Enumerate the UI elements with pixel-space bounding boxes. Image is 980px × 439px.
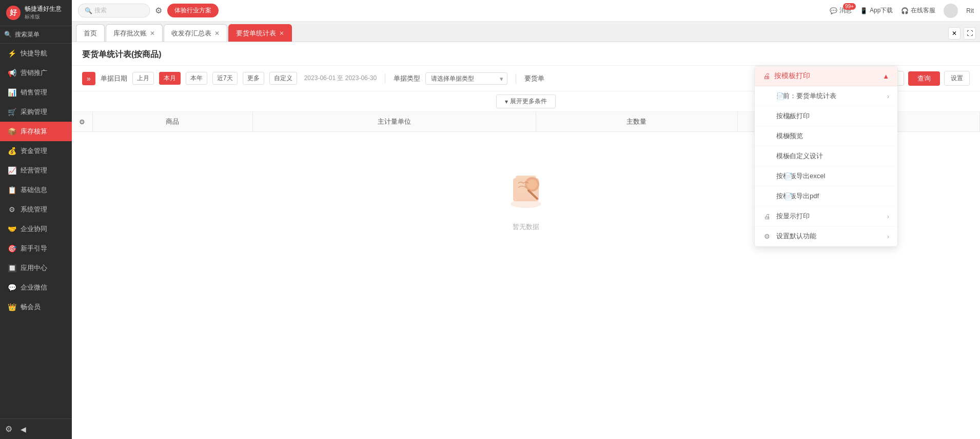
export-pdf-icon: 📄 [785, 192, 793, 200]
tab-label: 库存批次账 [113, 29, 147, 38]
query-button[interactable]: 查询 [908, 71, 940, 86]
search-icon: 🔍 [85, 7, 92, 14]
sidebar-search[interactable]: 🔍 搜索菜单 [0, 26, 72, 44]
tab-label: 收发存汇总表 [171, 29, 211, 38]
basic-icon: 📋 [7, 185, 16, 195]
type-select[interactable]: 请选择单据类型 要货单 [425, 72, 507, 85]
search-placeholder: 搜索 [94, 6, 107, 15]
sidebar-item-operations[interactable]: 📈 经营管理 [0, 161, 72, 180]
sidebar-item-sales[interactable]: 📊 销售管理 [0, 83, 72, 102]
sidebar-item-finance[interactable]: 💰 资金管理 [0, 141, 72, 161]
sidebar-item-appstore[interactable]: 🔲 应用中心 [0, 258, 72, 278]
tab-close-icon[interactable]: ✕ [214, 30, 220, 37]
page-title: 要货单统计表(按商品) [82, 49, 162, 60]
gear-icon[interactable]: ⚙ [155, 6, 162, 15]
sidebar-item-collab[interactable]: 🤝 企业协同 [0, 219, 72, 239]
topbar-right: 💬 消息 99+ 📱 App下载 🎧 在线客服 Rit [830, 4, 974, 18]
dropdown-item-current[interactable]: 📄 当前：要货单统计表 › [755, 86, 897, 106]
date-current-month-btn[interactable]: 本月 [159, 72, 181, 85]
tab-order-stats[interactable]: 要货单统计表 ✕ [228, 24, 292, 42]
app-logo: 好 畅捷通好生意 标准版 [0, 0, 72, 26]
shortcut-icon: ⚡ [7, 49, 16, 58]
chevron-down-icon: ▾ [505, 98, 508, 105]
svg-point-4 [527, 179, 537, 189]
date-more-btn[interactable]: 更多 [243, 72, 264, 85]
system-icon: ⚙ [7, 205, 16, 214]
preview-icon: 👁 [785, 132, 793, 140]
sidebar-item-wechat[interactable]: 💬 企业微信 [0, 278, 72, 297]
date-current-year-btn[interactable]: 本年 [186, 72, 207, 85]
sidebar-item-guide[interactable]: 🎯 新手引导 [0, 239, 72, 258]
tab-batch[interactable]: 库存批次账 ✕ [106, 24, 163, 42]
dropdown-item-export-pdf[interactable]: 📄 按模板导出pdf [755, 186, 897, 206]
tab-home[interactable]: 首页 [76, 24, 105, 42]
expand-button[interactable]: » [82, 72, 95, 85]
tab-close-icon[interactable]: ✕ [279, 30, 284, 37]
topbar-search[interactable]: 🔍 搜索 [78, 4, 150, 17]
date-prev-month-btn[interactable]: 上月 [132, 72, 154, 85]
dropdown-item-design[interactable]: ✏ 模板自定义设计 [755, 146, 897, 166]
sidebar-item-label: 系统管理 [21, 205, 47, 214]
th-unit: 主计量单位 [253, 112, 536, 132]
dropdown-header: 🖨 按模板打印 ▲ [755, 66, 897, 86]
order-type-label: 要货单 [524, 74, 544, 83]
collab-icon: 🤝 [7, 224, 16, 234]
guide-icon: 🎯 [7, 244, 16, 253]
dropdown-item-preview[interactable]: 👁 模板预览 [755, 126, 897, 146]
sidebar-item-label: 应用中心 [21, 263, 47, 273]
dropdown-title: 按模板打印 [774, 71, 810, 81]
sidebar-item-vip[interactable]: 👑 畅会员 [0, 297, 72, 317]
th-goods: 商品 [92, 112, 253, 132]
dropdown-item-set-default[interactable]: ⚙ 设置默认功能 › [755, 226, 897, 246]
sidebar-item-system[interactable]: ⚙ 系统管理 [0, 200, 72, 219]
close-tab-button[interactable]: ✕ [948, 27, 961, 40]
online-service-btn[interactable]: 🎧 在线客服 [901, 6, 935, 15]
settings-button[interactable]: 设置 [944, 71, 970, 86]
type-label: 单据类型 [394, 74, 420, 83]
messages-badge[interactable]: 💬 消息 99+ [830, 6, 852, 15]
sidebar-settings-icon[interactable]: ⚙ [5, 424, 12, 434]
sidebar-item-label: 畅会员 [21, 302, 41, 312]
online-service-label: 在线客服 [911, 6, 935, 15]
search-icon: 🔍 [4, 31, 12, 38]
dropdown-item-inner: 📄 当前：要货单统计表 [776, 91, 836, 101]
empty-text: 暂无数据 [513, 222, 539, 232]
trial-button[interactable]: 体验行业方案 [167, 4, 219, 17]
dropdown-collapse-icon[interactable]: ▲ [883, 72, 889, 80]
date-last7-btn[interactable]: 近7天 [212, 72, 238, 85]
messages-count: 99+ [843, 3, 856, 10]
user-avatar[interactable] [944, 4, 958, 18]
date-custom-btn[interactable]: 自定义 [269, 72, 297, 85]
expand-more-button[interactable]: ▾ 展开更多条件 [496, 94, 556, 108]
chevron-right-icon2: › [887, 233, 889, 240]
operations-icon: 📈 [7, 166, 16, 175]
current-indicator-icon: 📄 [776, 92, 785, 100]
dropdown-item-display-print[interactable]: 🖨 按显示打印 › [755, 206, 897, 226]
sidebar-item-inventory[interactable]: 📦 库存核算 [0, 122, 72, 141]
main-area: 🔍 搜索 ⚙ 体验行业方案 💬 消息 99+ 📱 App下载 🎧 在线客服 Ri… [72, 0, 980, 439]
tab-close-icon[interactable]: ✕ [150, 30, 155, 37]
sidebar-item-marketing[interactable]: 📢 营销推广 [0, 63, 72, 83]
sidebar-item-basic[interactable]: 📋 基础信息 [0, 180, 72, 200]
dropdown-item-inner: 📄 按模板导出pdf [776, 192, 819, 201]
sidebar-item-label: 营销推广 [21, 68, 47, 78]
date-label: 单据日期 [101, 74, 127, 83]
th-qty: 主数量 [536, 112, 738, 132]
type-select-wrapper: 请选择单据类型 要货单 [425, 72, 507, 85]
sidebar-item-label: 基础信息 [21, 185, 47, 195]
message-icon: 💬 [830, 7, 837, 14]
dropdown-item-inner: 📄 按模板导出excel [776, 171, 825, 181]
th-gear[interactable]: ⚙ [72, 112, 92, 132]
finance-icon: 💰 [7, 146, 16, 156]
dropdown-item-export-excel[interactable]: 📄 按模板导出excel [755, 166, 897, 186]
export-excel-icon: 📄 [785, 172, 793, 180]
sidebar-item-shortcut[interactable]: ⚡ 快捷导航 [0, 44, 72, 63]
vip-icon: 👑 [7, 302, 16, 312]
sidebar-item-purchase[interactable]: 🛒 采购管理 [0, 102, 72, 122]
tab-receivables[interactable]: 收发存汇总表 ✕ [164, 24, 227, 42]
maximize-button[interactable]: ⛶ [964, 27, 976, 40]
sidebar-item-label: 采购管理 [21, 107, 47, 117]
dropdown-item-template-print[interactable]: 🖨 按模板打印 [755, 106, 897, 126]
sidebar-collapse-icon[interactable]: ◀ [21, 425, 26, 433]
app-download-btn[interactable]: 📱 App下载 [860, 6, 893, 15]
